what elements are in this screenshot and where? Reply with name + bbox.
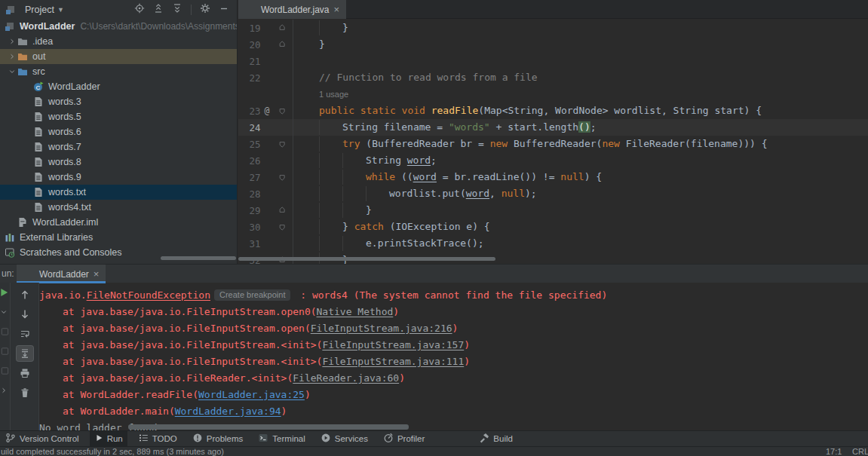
frame-source-link[interactable]: FileInputStream.java:216 — [311, 323, 452, 334]
tool-icon[interactable] — [0, 361, 10, 381]
code-line-21[interactable]: 21 — [238, 53, 868, 69]
toolwindow-button-build[interactable]: Build — [474, 431, 517, 447]
rerun-icon[interactable] — [0, 283, 10, 302]
indent-guide — [296, 120, 319, 135]
fold-marker-icon[interactable] — [273, 39, 293, 50]
fold-marker-icon[interactable] — [273, 222, 293, 232]
soft-wrap-icon[interactable] — [17, 326, 33, 341]
code-line-26[interactable]: 26String word; — [238, 152, 868, 169]
toolwindow-button-run[interactable]: Run — [90, 431, 127, 447]
code-line-19[interactable]: 19} — [238, 20, 868, 36]
locate-icon[interactable] — [134, 3, 145, 17]
frame-source-link[interactable]: WordLadder.java:94 — [175, 406, 281, 417]
editor-horizontal-scrollbar[interactable] — [238, 257, 495, 261]
tree-item-words-6[interactable]: words.6 — [0, 124, 237, 139]
line-ending-indicator[interactable]: CRLF — [852, 447, 868, 456]
caret-position[interactable]: 17:1 — [826, 447, 842, 456]
close-icon[interactable]: × — [94, 271, 100, 278]
collapse-all-icon[interactable] — [172, 3, 182, 17]
fold-marker-icon[interactable] — [273, 23, 293, 33]
tree-item-words-8[interactable]: words.8 — [0, 155, 237, 170]
tree-item-wordladder[interactable]: WordLadderC:\Users\darkt\Downloads\Assig… — [0, 19, 237, 34]
close-icon[interactable]: × — [334, 6, 340, 14]
tree-item-wordladder-iml[interactable]: WordLadder.iml — [0, 215, 237, 230]
fold-marker-icon[interactable] — [273, 139, 293, 149]
tree-item-external-libraries[interactable]: External Libraries — [0, 230, 237, 245]
project-panel-title[interactable]: Project — [25, 5, 54, 15]
gutter-annotation: @ — [261, 106, 274, 116]
run-tab-wordladder[interactable]: WordLadder × — [17, 265, 106, 283]
hide-icon[interactable] — [219, 3, 229, 17]
create-breakpoint-chip[interactable]: Create breakpoint — [214, 289, 290, 301]
chevron-right-icon[interactable] — [0, 381, 10, 400]
toolwindow-button-todo[interactable]: TODO — [133, 431, 182, 447]
expand-all-icon[interactable] — [153, 3, 164, 17]
code-token: (IOException e) { — [390, 221, 490, 232]
fold-marker-icon[interactable] — [273, 172, 293, 182]
code-line-20[interactable]: 20} — [238, 36, 868, 53]
tree-item-words-3[interactable]: words.3 — [0, 94, 237, 109]
tree-item-src[interactable]: src — [0, 64, 237, 79]
chevron-down-icon[interactable] — [6, 66, 17, 77]
project-horizontal-scrollbar[interactable] — [161, 256, 236, 260]
indent-guide — [319, 153, 342, 168]
toolwindow-button-version-control[interactable]: Version Control — [1, 431, 84, 447]
code-line-23[interactable]: 23@public static void readFile(Map<Strin… — [238, 103, 868, 119]
arrow-down-icon[interactable] — [17, 307, 33, 322]
chevron-down-icon[interactable]: ▼ — [57, 6, 64, 14]
frame-source-link[interactable]: Native Method — [317, 306, 394, 317]
fold-marker-icon[interactable] — [273, 106, 293, 116]
code-line-29[interactable]: 29} — [238, 202, 868, 219]
tab-wordladder-java[interactable]: WordLadder.java × — [238, 0, 346, 19]
code-text: } — [293, 37, 325, 52]
chevron-right-icon[interactable] — [6, 51, 17, 62]
arrow-up-icon[interactable] — [17, 287, 33, 302]
frame-text: ) — [464, 339, 470, 350]
frame-source-link[interactable]: WordLadder.java:25 — [198, 389, 305, 400]
tree-item-words-9[interactable]: words.9 — [0, 170, 237, 185]
fold-marker-icon[interactable] — [273, 205, 293, 216]
tool-icon[interactable] — [0, 322, 10, 341]
settings-icon[interactable] — [200, 3, 210, 17]
tree-item-words4-txt[interactable]: words4.txt — [0, 200, 237, 215]
code-token: (( — [401, 171, 413, 182]
frame-text: at java.base/java.io.FileInputStream.<in… — [63, 356, 322, 367]
console-horizontal-scrollbar[interactable] — [128, 424, 409, 430]
console-output[interactable]: java.io.FileNotFoundExceptionCreate brea… — [39, 283, 868, 430]
toolwindow-button-terminal[interactable]: Terminal — [253, 431, 309, 447]
chevron-right-icon[interactable] — [6, 36, 17, 47]
usages-inlay-hint[interactable]: 1 usage — [293, 90, 348, 99]
frame-source-link[interactable]: FileReader.java:60 — [293, 372, 399, 384]
frame-source-link[interactable]: FileInputStream.java:157 — [322, 339, 464, 350]
line-number: 23 — [238, 106, 261, 117]
code-line-24[interactable]: 24String filename = "words" + start.leng… — [238, 119, 868, 136]
tree-item-words-txt[interactable]: words.txt — [0, 185, 237, 200]
code-line-31[interactable]: 31e.printStackTrace(); — [238, 235, 868, 252]
code-line-30[interactable]: 30} catch (IOException e) { — [238, 219, 868, 235]
tree-item-idea[interactable]: .idea — [0, 34, 237, 49]
tree-item-label: .idea — [32, 36, 53, 47]
code-text: } — [293, 20, 348, 35]
code-line-25[interactable]: 25try (BufferedReader br = new BufferedR… — [238, 136, 868, 152]
toolwindow-button-problems[interactable]: Problems — [188, 431, 248, 447]
clear-icon[interactable] — [17, 385, 33, 400]
tree-item-words-7[interactable]: words.7 — [0, 139, 237, 155]
toolwindow-button-services[interactable]: Services — [316, 431, 373, 447]
tree-item-out[interactable]: out — [0, 49, 237, 64]
toolwindow-button-profiler[interactable]: Profiler — [379, 431, 429, 447]
print-icon[interactable] — [17, 366, 33, 381]
scroll-to-end-icon[interactable] — [17, 346, 33, 361]
code-line-22[interactable]: 22// Function to read words from a file — [238, 69, 868, 86]
file-text-icon — [33, 112, 44, 122]
project-panel-header: Project ▼ — [0, 0, 237, 19]
code-area[interactable]: 19}20}2122// Function to read words from… — [238, 20, 868, 264]
tool-icon[interactable] — [0, 341, 10, 361]
editor[interactable]: WordLadder.java × 19}20}2122// Function … — [238, 0, 868, 264]
code-line-28[interactable]: 28wordlist.put(word, null); — [238, 185, 868, 202]
chevron-down-icon[interactable] — [0, 302, 10, 322]
tree-item-wordladder[interactable]: CWordLadder — [0, 79, 237, 94]
code-line-27[interactable]: 27while ((word = br.readLine()) != null)… — [238, 169, 868, 185]
frame-source-link[interactable]: FileInputStream.java:111 — [322, 356, 464, 367]
exception-class-link[interactable]: FileNotFoundException — [87, 289, 210, 301]
tree-item-words-5[interactable]: words.5 — [0, 109, 237, 124]
